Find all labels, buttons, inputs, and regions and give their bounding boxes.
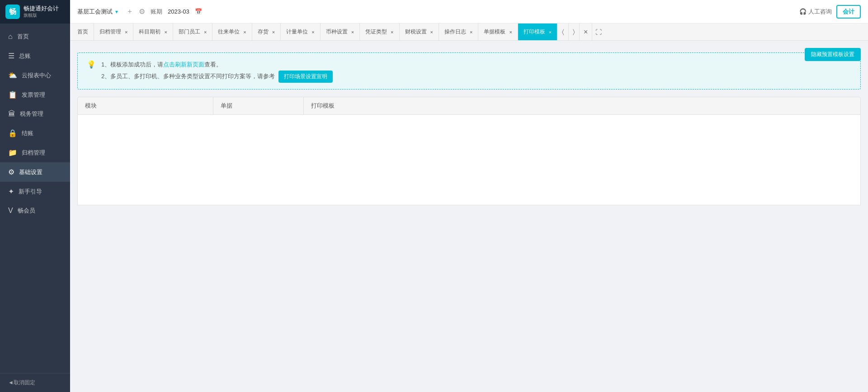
tab-close-measure[interactable]: ×: [311, 29, 314, 35]
tab-print-template[interactable]: 打印模板 ×: [518, 24, 557, 41]
tab-close-archive[interactable]: ×: [125, 29, 127, 35]
add-tab-btn[interactable]: ＋: [126, 7, 133, 16]
info-line1-prefix: 1、模板添加成功后，请: [101, 61, 163, 68]
sidebar-label-guide: 新手引导: [19, 188, 42, 196]
logo-icon: 畅: [5, 5, 20, 19]
sidebar-label-invoice: 发票管理: [22, 91, 45, 99]
period-label: 账期: [151, 8, 162, 16]
invoice-icon: 📋: [8, 90, 17, 99]
tab-close-all-btn[interactable]: ×: [579, 24, 592, 41]
tab-voucher-type[interactable]: 凭证类型 ×: [360, 24, 399, 41]
sidebar-item-tax[interactable]: 🏛 税务管理: [0, 104, 70, 123]
sidebar-label-member: 畅会员: [18, 207, 35, 215]
company-chevron-icon: ▾: [115, 9, 118, 15]
company-name: 基层工会测试: [77, 8, 113, 16]
tab-close-single[interactable]: ×: [509, 29, 512, 35]
tab-close-inventory[interactable]: ×: [272, 29, 275, 35]
tab-subject-init[interactable]: 科目期初 ×: [133, 24, 173, 41]
table-header: 模块 单据 打印模板: [77, 97, 861, 115]
tab-close-currency[interactable]: ×: [351, 29, 354, 35]
sidebar-item-home[interactable]: ⌂ 首页: [0, 27, 70, 46]
tab-close-subject[interactable]: ×: [164, 29, 167, 35]
sidebar-item-archive[interactable]: 📁 归档管理: [0, 143, 70, 162]
tab-close-contacts[interactable]: ×: [243, 29, 246, 35]
tab-label-subject: 科目期初: [139, 28, 160, 36]
kuaiji-btn[interactable]: 会计: [836, 5, 861, 19]
sidebar-label-archive: 归档管理: [22, 149, 45, 157]
tab-tax-settings[interactable]: 财税设置 ×: [400, 24, 439, 41]
col-header-template: 打印模板: [304, 97, 860, 114]
tab-prev-btn[interactable]: 〈: [557, 24, 568, 41]
tab-home[interactable]: 首页: [72, 24, 94, 41]
print-explain-btn[interactable]: 打印场景设置宣明: [278, 71, 333, 83]
tab-measure-unit[interactable]: 计量单位 ×: [281, 24, 320, 41]
info-line1: 1、模板添加成功后，请点击刷新新页面查看。: [101, 59, 333, 71]
sidebar-nav: ⌂ 首页 ☰ 总账 ⛅ 云报表中心 📋 发票管理 🏛 税务管理 🔒 结账 📁 归…: [0, 24, 70, 373]
sidebar-item-ledger[interactable]: ☰ 总账: [0, 46, 70, 66]
tab-close-tax[interactable]: ×: [430, 29, 433, 35]
tab-close-voucher[interactable]: ×: [391, 29, 393, 35]
sidebar-label-settings: 基础设置: [19, 168, 42, 176]
topbar-right: 🎧 人工咨询 会计: [799, 5, 861, 19]
tab-close-dept[interactable]: ×: [204, 29, 207, 35]
tab-label-dept: 部门员工: [179, 28, 200, 36]
settings-gear-icon[interactable]: ⚙: [139, 7, 145, 16]
calendar-icon[interactable]: 📅: [195, 8, 202, 15]
sidebar-item-settings[interactable]: ⚙ 基础设置: [0, 162, 70, 182]
sidebar-label-report: 云报表中心: [22, 71, 51, 80]
sidebar-label-ledger: 总账: [19, 52, 31, 60]
settings-icon: ⚙: [8, 168, 14, 176]
company-selector[interactable]: 基层工会测试 ▾: [77, 8, 118, 16]
home-icon: ⌂: [8, 33, 13, 41]
tab-dept-staff[interactable]: 部门员工 ×: [173, 24, 212, 41]
info-line2-prefix: 2、多员工、多打印机、多种业务类型设置不同打印方案等，请参考: [101, 73, 275, 80]
report-icon: ⛅: [8, 71, 17, 80]
app-logo: 畅 畅捷通好会计 旗舰版: [0, 0, 70, 24]
sidebar-item-member[interactable]: V 畅会员: [0, 201, 70, 220]
sidebar-label-close: 结账: [22, 129, 33, 137]
tab-inventory[interactable]: 存货 ×: [252, 24, 281, 41]
sidebar-item-guide[interactable]: ✦ 新手引导: [0, 182, 70, 201]
main-area: 基层工会测试 ▾ ＋ ⚙ 账期 2023-03 📅 🎧 人工咨询 会计 首页 归…: [70, 0, 868, 392]
tab-single-form[interactable]: 单据模板 ×: [478, 24, 518, 41]
print-template-table: 模块 单据 打印模板: [77, 97, 861, 205]
ledger-icon: ☰: [8, 52, 14, 60]
sidebar-unpin-btn[interactable]: ◄取消固定: [0, 373, 70, 392]
tab-next-btn[interactable]: 〉: [568, 24, 579, 41]
tab-bar: 首页 归档管理 × 科目期初 × 部门员工 × 往来单位 × 存货 × 计量单位…: [70, 24, 868, 41]
tab-label-archive: 归档管理: [99, 28, 121, 36]
tab-label-voucher: 凭证类型: [365, 28, 387, 36]
sidebar-item-report[interactable]: ⛅ 云报表中心: [0, 66, 70, 85]
archive-icon: 📁: [8, 148, 17, 157]
sidebar-item-close[interactable]: 🔒 结账: [0, 123, 70, 143]
tab-archive-mgmt[interactable]: 归档管理 ×: [94, 24, 133, 41]
guide-icon: ✦: [8, 187, 14, 196]
logo-title: 畅捷通好会计: [24, 5, 59, 13]
headset-icon: 🎧: [799, 8, 807, 15]
sidebar: 畅 畅捷通好会计 旗舰版 ⌂ 首页 ☰ 总账 ⛅ 云报表中心 📋 发票管理 🏛 …: [0, 0, 70, 392]
tab-close-oplog[interactable]: ×: [470, 29, 472, 35]
tab-currency[interactable]: 币种设置 ×: [321, 24, 360, 41]
col-header-single: 单据: [213, 97, 304, 114]
sidebar-item-invoice[interactable]: 📋 发票管理: [0, 85, 70, 104]
logo-sub: 旗舰版: [24, 12, 59, 19]
tab-contacts[interactable]: 往来单位 ×: [212, 24, 252, 41]
info-box: 💡 1、模板添加成功后，请点击刷新新页面查看。 2、多员工、多打印机、多种业务类…: [77, 52, 861, 90]
tab-label-contacts: 往来单位: [218, 28, 240, 36]
close-period-icon: 🔒: [8, 129, 17, 137]
col-header-module: 模块: [78, 97, 213, 114]
info-line2: 2、多员工、多打印机、多种业务类型设置不同打印方案等，请参考 打印场景设置宣明: [101, 71, 333, 83]
hide-template-btn[interactable]: 隐藏预置模板设置: [805, 48, 861, 61]
topbar-actions: ＋ ⚙ 账期 2023-03 📅: [126, 7, 202, 16]
tax-icon: 🏛: [8, 110, 15, 118]
tab-op-log[interactable]: 操作日志 ×: [439, 24, 478, 41]
sidebar-label-tax: 税务管理: [20, 110, 43, 118]
tab-maximize-btn[interactable]: ⛶: [592, 24, 604, 41]
tab-label-currency: 币种设置: [326, 28, 348, 36]
tab-close-print[interactable]: ×: [549, 29, 552, 35]
info-line1-suffix: 查看。: [204, 61, 222, 68]
tab-label-print: 打印模板: [524, 28, 545, 36]
help-btn[interactable]: 🎧 人工咨询: [799, 8, 832, 16]
tab-label-inventory: 存货: [258, 28, 269, 36]
info-refresh-link[interactable]: 点击刷新新页面: [163, 61, 204, 68]
